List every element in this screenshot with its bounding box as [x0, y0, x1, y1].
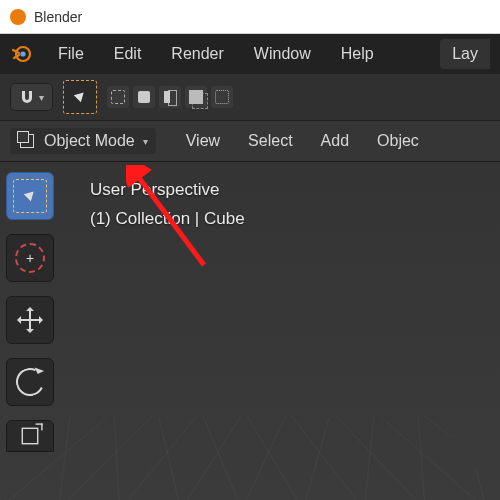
- dashed-box-icon: [13, 179, 47, 213]
- viewport-container: User Perspective (1) Collection | Cube: [0, 162, 500, 500]
- snap-magnet-dropdown[interactable]: ▾: [10, 83, 53, 111]
- menu-file[interactable]: File: [44, 39, 98, 69]
- tool-cursor[interactable]: [6, 234, 54, 282]
- object-mode-icon: [18, 132, 36, 150]
- viewport-header: Object Mode ▾ View Select Add Objec: [0, 120, 500, 162]
- viewport-3d[interactable]: [0, 162, 500, 500]
- mode-selector[interactable]: Object Mode ▾: [10, 128, 156, 154]
- mode-label: Object Mode: [44, 132, 135, 150]
- app-area: File Edit Render Window Help Lay ▾: [0, 34, 500, 500]
- blender-window: Blender File Edit Render Window Help Lay: [0, 0, 500, 500]
- blender-logo-icon[interactable]: [10, 43, 32, 65]
- chevron-down-icon: ▾: [39, 92, 44, 103]
- menu-edit[interactable]: Edit: [100, 39, 156, 69]
- overlay-line-1: User Perspective: [90, 176, 245, 205]
- menu-help[interactable]: Help: [327, 39, 388, 69]
- chevron-down-icon: ▾: [143, 136, 148, 147]
- window-title: Blender: [34, 9, 82, 25]
- viewport-overlay-text: User Perspective (1) Collection | Cube: [90, 176, 245, 234]
- tool-move[interactable]: [6, 296, 54, 344]
- select-mode-extend-icon[interactable]: [133, 86, 155, 108]
- active-tool-indicator[interactable]: [63, 80, 97, 114]
- header-add[interactable]: Add: [309, 126, 361, 156]
- tool-select-box[interactable]: [6, 172, 54, 220]
- select-mode-subtract-icon[interactable]: [159, 86, 181, 108]
- top-menubar: File Edit Render Window Help Lay: [0, 34, 500, 74]
- rotate-icon: [12, 364, 48, 400]
- left-toolbar: [0, 162, 60, 500]
- tool-settings-bar: ▾: [0, 74, 500, 120]
- select-mode-group: [107, 86, 233, 108]
- viewport-grid: [0, 417, 500, 500]
- cursor-icon: [73, 89, 86, 102]
- cursor3d-icon: [15, 243, 45, 273]
- header-object[interactable]: Objec: [365, 126, 431, 156]
- svg-point-1: [20, 51, 25, 56]
- os-titlebar: Blender: [0, 0, 500, 34]
- cursor-icon: [23, 188, 36, 201]
- magnet-icon: [19, 89, 35, 105]
- header-select[interactable]: Select: [236, 126, 304, 156]
- select-mode-new-icon[interactable]: [107, 86, 129, 108]
- header-view[interactable]: View: [174, 126, 232, 156]
- overlay-line-2: (1) Collection | Cube: [90, 205, 245, 234]
- tool-scale[interactable]: [6, 420, 54, 452]
- scale-icon: [22, 428, 39, 445]
- select-mode-intersect-icon[interactable]: [185, 86, 207, 108]
- menu-render[interactable]: Render: [157, 39, 237, 69]
- blender-app-icon: [10, 9, 26, 25]
- move-icon: [15, 305, 45, 335]
- workspace-tab-layout[interactable]: Lay: [440, 39, 490, 69]
- select-mode-invert-icon[interactable]: [211, 86, 233, 108]
- menu-window[interactable]: Window: [240, 39, 325, 69]
- tool-rotate[interactable]: [6, 358, 54, 406]
